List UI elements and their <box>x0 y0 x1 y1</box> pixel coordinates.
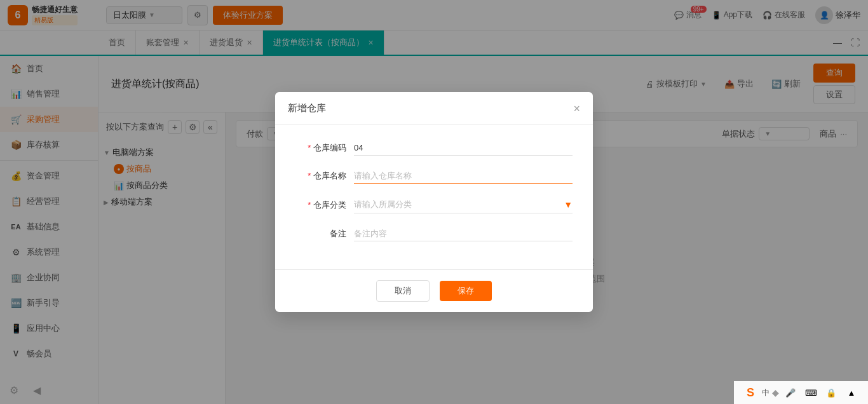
dialog-footer: 取消 保存 <box>275 269 593 312</box>
bottom-up-button[interactable]: ▲ <box>843 384 860 401</box>
bottom-dot-icon: ◆ <box>772 387 779 398</box>
bottom-keyboard-button[interactable]: ⌨ <box>802 384 820 401</box>
bottom-lock-button[interactable]: 🔒 <box>822 384 840 401</box>
category-select[interactable]: 请输入所属分类 ▼ <box>354 196 573 213</box>
save-button[interactable]: 保存 <box>440 281 492 301</box>
category-label: 仓库分类 <box>295 199 346 211</box>
note-field-row: 备注 <box>295 226 573 241</box>
name-field-row: 仓库名称 <box>295 168 573 184</box>
category-placeholder: 请输入所属分类 <box>354 199 412 210</box>
category-field-row: 仓库分类 请输入所属分类 ▼ <box>295 196 573 213</box>
name-input[interactable] <box>354 168 573 184</box>
note-input[interactable] <box>354 226 573 241</box>
dialog-close-button[interactable]: × <box>573 103 580 114</box>
code-field-row: 仓库编码 <box>295 140 573 156</box>
new-warehouse-dialog: 新增仓库 × 仓库编码 仓库名称 仓库分类 请输入所属分类 ▼ <box>275 92 593 312</box>
dialog-title: 新增仓库 <box>288 102 326 114</box>
bottom-mic-button[interactable]: 🎤 <box>782 384 799 401</box>
code-label: 仓库编码 <box>295 142 346 154</box>
name-label: 仓库名称 <box>295 170 346 182</box>
bottom-bar: S 中 ◆ 🎤 ⌨ 🔒 ▲ <box>734 381 868 404</box>
dialog-header: 新增仓库 × <box>275 92 593 125</box>
bottom-lang-label: 中 <box>762 387 770 398</box>
cancel-button[interactable]: 取消 <box>376 280 430 302</box>
note-label: 备注 <box>295 228 346 239</box>
bottom-brand-icon: S <box>742 384 759 401</box>
code-input[interactable] <box>354 140 573 156</box>
category-chevron-icon: ▼ <box>564 199 573 210</box>
modal-overlay: 新增仓库 × 仓库编码 仓库名称 仓库分类 请输入所属分类 ▼ <box>0 0 868 404</box>
dialog-body: 仓库编码 仓库名称 仓库分类 请输入所属分类 ▼ 备注 <box>275 125 593 269</box>
